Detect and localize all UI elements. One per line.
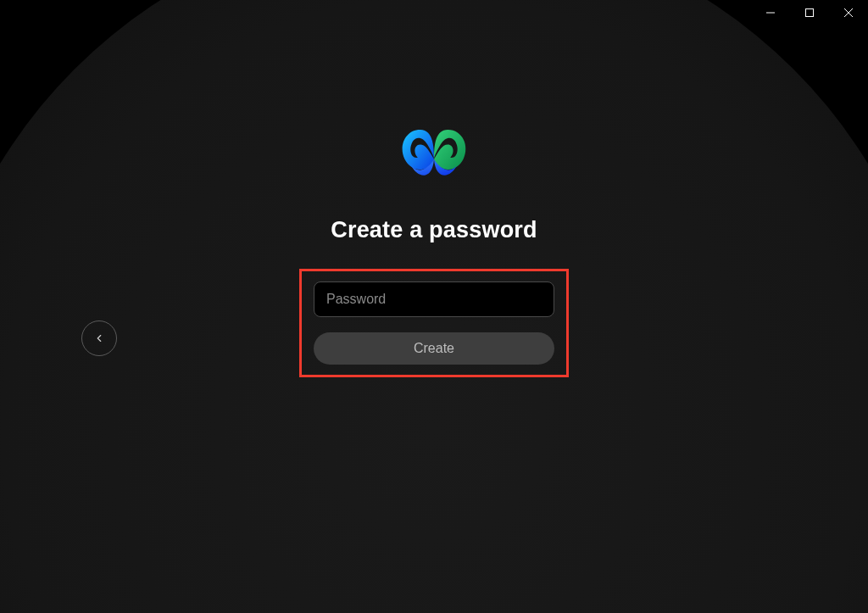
maximize-icon: [805, 8, 814, 17]
svg-rect-1: [806, 9, 814, 17]
minimize-icon: [766, 8, 775, 17]
close-button[interactable]: [829, 0, 868, 25]
page-title: Create a password: [331, 217, 537, 243]
chevron-left-icon: [93, 332, 105, 344]
create-button[interactable]: Create: [314, 332, 554, 365]
minimize-button[interactable]: [751, 0, 790, 25]
password-input[interactable]: [314, 281, 554, 317]
window-controls: [751, 0, 868, 25]
create-password-panel: Create a password Create: [299, 112, 569, 377]
back-button[interactable]: [81, 320, 117, 356]
close-icon: [844, 8, 853, 17]
webex-logo-icon: [393, 112, 475, 193]
highlighted-form-area: Create: [299, 269, 569, 377]
webex-logo: [393, 112, 475, 193]
maximize-button[interactable]: [790, 0, 829, 25]
